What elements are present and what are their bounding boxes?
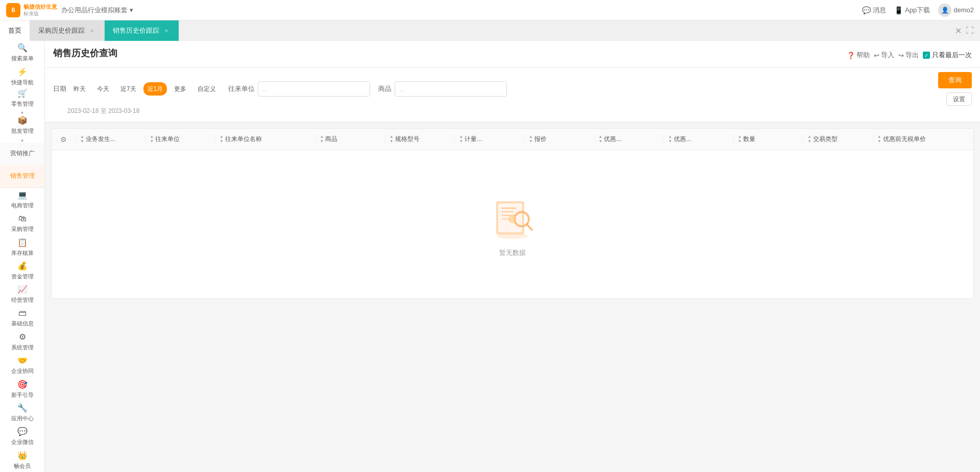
main-layout: 🔍 搜索菜单 ⚡ 快捷导航 🛒 零售管理 ▾ 📦 批发管理 ▴ 营销推广 销售管… <box>0 41 980 472</box>
table-col-partner-name[interactable]: ▲▼ 往来单位名称 <box>215 135 315 144</box>
data-table: ⚙ ▲▼ 业务发生... ▲▼ 往来单位 ▲▼ 往来单位名称 <box>51 128 974 299</box>
help-icon: ❓ <box>847 52 855 59</box>
maximize-icon[interactable]: ⛶ <box>966 26 974 35</box>
tab-home[interactable]: 首页 <box>0 20 30 41</box>
settings-button[interactable]: 设置 <box>946 92 972 106</box>
empty-illustration <box>482 191 543 242</box>
crown-icon: 👑 <box>17 451 28 460</box>
sort-unit-icon: ▲▼ <box>459 135 463 144</box>
gear-icon: ⚙ <box>19 332 26 342</box>
top-bar-right: 💬 消息 📱 App下载 👤 demo2 <box>862 4 974 17</box>
sidebar-item-wechat[interactable]: 💬 企业微信 <box>0 424 44 448</box>
settings-col-icon: ⚙ <box>60 135 67 144</box>
sidebar-item-wholesale[interactable]: 📦 批发管理 ▴ <box>0 115 44 143</box>
logo-area: 6 畅捷信好生意 标准版 <box>6 3 57 17</box>
table-col-qty[interactable]: ▲▼ 数量 <box>734 135 804 144</box>
table-col-partner-code[interactable]: ▲▼ 往来单位 <box>146 135 216 144</box>
sidebar-item-inventory[interactable]: 📋 库存核算 <box>0 235 44 258</box>
sidebar-item-system[interactable]: ⚙ 系统管理 <box>0 330 44 353</box>
table-col-unit[interactable]: ▲▼ 计量... <box>455 135 525 144</box>
top-bar: 6 畅捷信好生意 标准版 办公用品行业模拟账套 ▾ 💬 消息 📱 App下载 👤… <box>0 0 980 20</box>
sidebar-item-finance[interactable]: 💰 资金管理 <box>0 259 44 282</box>
tab-purchase[interactable]: 采购历史价跟踪 × <box>30 20 105 41</box>
user-avatar[interactable]: 👤 demo2 <box>938 4 974 17</box>
help-button[interactable]: ❓ 帮助 <box>847 51 870 60</box>
checkbox-icon: ✓ <box>923 52 930 59</box>
table-col-trade-type[interactable]: ▲▼ 交易类型 <box>803 135 873 144</box>
top-bar-left: 6 畅捷信好生意 标准版 办公用品行业模拟账套 ▾ <box>6 3 133 17</box>
retail-arrow-icon: ▾ <box>21 110 23 115</box>
product-select[interactable]: ... <box>395 81 507 97</box>
lightning-icon: ⚡ <box>17 67 28 77</box>
sort-price-icon: ▲▼ <box>529 135 533 144</box>
clipboard-icon: 📋 <box>17 238 28 247</box>
wechat-icon: 💬 <box>17 427 28 436</box>
database-icon: 🗃 <box>18 309 27 318</box>
sort-trade-type-icon: ▲▼ <box>807 135 812 144</box>
message-button[interactable]: 💬 消息 <box>862 6 886 15</box>
date-btn-custom[interactable]: 自定义 <box>193 82 220 96</box>
date-btn-7days[interactable]: 近7天 <box>116 82 140 96</box>
tab-sales-close[interactable]: × <box>162 27 170 35</box>
table-col-biz-date[interactable]: ▲▼ 业务发生... <box>76 135 146 144</box>
svg-line-8 <box>527 224 532 230</box>
empty-state: 暂无数据 <box>52 150 973 298</box>
logo-icon: 6 <box>6 3 20 17</box>
sort-discount1-icon: ▲▼ <box>599 135 603 144</box>
partner-select[interactable]: ... <box>258 81 370 97</box>
table-col-settings[interactable]: ⚙ <box>52 135 76 144</box>
sidebar-item-guide[interactable]: 🎯 新手引导 <box>0 377 44 401</box>
table-col-pretax-price[interactable]: ▲▼ 优惠前无税单价 <box>873 135 973 144</box>
sort-biz-date-icon: ▲▼ <box>80 135 84 144</box>
app-download-button[interactable]: 📱 App下载 <box>894 6 930 15</box>
money-icon: 💰 <box>17 261 28 271</box>
table-col-discount2[interactable]: ▲▼ 优惠... <box>664 135 734 144</box>
sidebar-item-retail[interactable]: 🛒 零售管理 ▾ <box>0 88 44 115</box>
import-button[interactable]: ↩ 导入 <box>874 51 894 60</box>
tab-sales[interactable]: 销售历史价跟踪 × <box>105 20 179 41</box>
shopping-icon: 🛍 <box>18 214 27 223</box>
chart-icon: 📈 <box>17 285 28 294</box>
query-button[interactable]: 查询 <box>938 72 972 88</box>
export-button[interactable]: ↪ 导出 <box>898 51 919 60</box>
wholesale-arrow-icon: ▴ <box>21 137 23 143</box>
date-btn-yesterday[interactable]: 昨天 <box>69 82 90 96</box>
filter-actions: 查询 设置 <box>938 72 972 106</box>
sort-partner-name-icon: ▲▼ <box>219 135 224 144</box>
date-btn-1month[interactable]: 近1月 <box>143 82 167 96</box>
sidebar-item-sales-mgr[interactable]: 销售管理 <box>0 165 44 187</box>
sidebar-item-basic[interactable]: 🗃 基础信息 <box>0 306 44 330</box>
export-icon: ↪ <box>898 52 904 59</box>
sidebar-item-operations[interactable]: 📈 经营管理 <box>0 282 44 306</box>
monitor-icon: 💻 <box>17 190 28 200</box>
table-col-discount1[interactable]: ▲▼ 优惠... <box>595 135 665 144</box>
sidebar-item-enterprise[interactable]: 🤝 企业协同 <box>0 353 44 377</box>
sidebar-item-member[interactable]: 👑 畅会员 <box>0 449 44 472</box>
sidebar-item-marketing[interactable]: 营销推广 <box>0 143 44 165</box>
date-btn-today[interactable]: 今天 <box>93 82 113 96</box>
sidebar-item-shortcut[interactable]: ⚡ 快捷导航 <box>0 64 44 88</box>
page-header-actions: ❓ 帮助 ↩ 导入 ↪ 导出 ✓ 只看最后一次 <box>847 51 972 60</box>
only-last-checkbox[interactable]: ✓ 只看最后一次 <box>923 51 972 60</box>
tab-purchase-close[interactable]: × <box>88 27 96 35</box>
filter-bar: 日期 昨天 今天 近7天 近1月 更多 自定义 往来单位 ... <box>45 68 980 122</box>
sidebar-item-ecommerce[interactable]: 💻 电商管理 <box>0 188 44 211</box>
chevron-down-icon: ▾ <box>130 6 133 14</box>
partner-filter-group: 往来单位 ... <box>228 81 370 97</box>
table-col-price[interactable]: ▲▼ 报价 <box>525 135 595 144</box>
close-tab-icon[interactable]: ✕ <box>955 26 962 36</box>
tab-bar: 首页 采购历史价跟踪 × 销售历史价跟踪 × ✕ ⛶ <box>0 20 980 41</box>
empty-text: 暂无数据 <box>499 248 526 257</box>
workspace-selector[interactable]: 办公用品行业模拟账套 ▾ <box>61 6 133 15</box>
sidebar-item-appstore[interactable]: 🔧 应用中心 <box>0 401 44 424</box>
app-icon: 🔧 <box>17 403 28 413</box>
product-filter-group: 商品 ... <box>378 81 507 97</box>
search-icon: 🔍 <box>17 43 28 53</box>
date-range-display: 2023-02-18 至 2023-03-18 <box>67 107 972 115</box>
sidebar-item-search[interactable]: 🔍 搜索菜单 <box>0 41 44 64</box>
sort-partner-code-icon: ▲▼ <box>150 135 154 144</box>
sidebar-item-purchase[interactable]: 🛍 采购管理 <box>0 211 44 235</box>
table-col-spec[interactable]: ▲▼ 规格型号 <box>385 135 455 144</box>
date-btn-more[interactable]: 更多 <box>170 82 190 96</box>
table-col-product[interactable]: ▲▼ 商品 <box>315 135 385 144</box>
